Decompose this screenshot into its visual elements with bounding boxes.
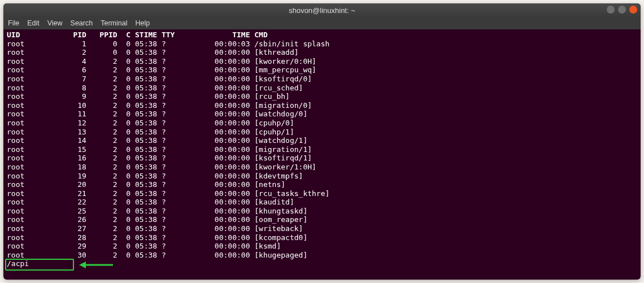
process-row: root 4 2 0 05:38 ? 00:00:00 [kworker/0:0… — [7, 57, 637, 66]
process-row: root 11 2 0 05:38 ? 00:00:00 [watchdog/0… — [7, 110, 637, 119]
process-row: root 15 2 0 05:38 ? 00:00:00 [migration/… — [7, 145, 637, 154]
process-row: root 13 2 0 05:38 ? 00:00:00 [cpuhp/1] — [7, 128, 637, 137]
menubar: File Edit View Search Terminal Help — [3, 17, 641, 29]
process-row: root 26 2 0 05:38 ? 00:00:00 [oom_reaper… — [7, 215, 637, 224]
menu-terminal[interactable]: Terminal — [101, 19, 127, 27]
menu-search[interactable]: Search — [71, 19, 93, 27]
process-row: root 25 2 0 05:38 ? 00:00:00 [khungtaskd… — [7, 207, 637, 216]
arrow-icon — [79, 261, 113, 269]
process-row: root 18 2 0 05:38 ? 00:00:00 [kworker/1:… — [7, 163, 637, 172]
svg-marker-1 — [79, 262, 86, 268]
maximize-button[interactable] — [618, 6, 626, 14]
minimize-button[interactable] — [607, 6, 615, 14]
process-row: root 10 2 0 05:38 ? 00:00:00 [migration/… — [7, 101, 637, 110]
process-row: root 14 2 0 05:38 ? 00:00:00 [watchdog/1… — [7, 136, 637, 145]
process-row: root 16 2 0 05:38 ? 00:00:00 [ksoftirqd/… — [7, 154, 637, 163]
window-title: shovon@linuxhint: ~ — [289, 6, 355, 15]
process-row: root 2 0 0 05:38 ? 00:00:00 [kthreadd] — [7, 48, 637, 57]
process-row: root 21 2 0 05:38 ? 00:00:00 [rcu_tasks_… — [7, 189, 637, 198]
menu-view[interactable]: View — [47, 19, 63, 27]
titlebar[interactable]: shovon@linuxhint: ~ — [3, 3, 641, 17]
search-text: /acpi — [7, 259, 29, 268]
terminal-window: shovon@linuxhint: ~ File Edit View Searc… — [3, 3, 641, 280]
process-row: root 8 2 0 05:38 ? 00:00:00 [rcu_sched] — [7, 84, 637, 93]
process-row: root 1 0 0 05:38 ? 00:00:03 /sbin/init s… — [7, 40, 637, 49]
process-row: root 12 2 0 05:38 ? 00:00:00 [cpuhp/0] — [7, 119, 637, 128]
process-row: root 22 2 0 05:38 ? 00:00:00 [kauditd] — [7, 198, 637, 207]
window-controls — [607, 6, 637, 14]
process-row: root 19 2 0 05:38 ? 00:00:00 [kdevtmpfs] — [7, 172, 637, 181]
process-row: root 29 2 0 05:38 ? 00:00:00 [ksmd] — [7, 242, 637, 251]
terminal-content[interactable]: UID PID PPID C STIME TTY TIME CMDroot 1 … — [3, 29, 641, 268]
process-row: root 27 2 0 05:38 ? 00:00:00 [writeback] — [7, 224, 637, 233]
process-header: UID PID PPID C STIME TTY TIME CMD — [7, 31, 637, 40]
menu-file[interactable]: File — [8, 19, 19, 27]
process-row: root 28 2 0 05:38 ? 00:00:00 [kcompactd0… — [7, 233, 637, 242]
search-prompt[interactable]: /acpi — [7, 259, 29, 268]
process-row: root 7 2 0 05:38 ? 00:00:00 [ksoftirqd/0… — [7, 75, 637, 84]
process-row: root 30 2 0 05:38 ? 00:00:00 [khugepaged… — [7, 251, 637, 260]
menu-help[interactable]: Help — [135, 19, 150, 27]
close-button[interactable] — [629, 6, 637, 14]
process-row: root 6 2 0 05:38 ? 00:00:00 [mm_percpu_w… — [7, 66, 637, 75]
menu-edit[interactable]: Edit — [27, 19, 40, 27]
process-row: root 20 2 0 05:38 ? 00:00:00 [netns] — [7, 180, 637, 189]
process-row: root 9 2 0 05:38 ? 00:00:00 [rcu_bh] — [7, 92, 637, 101]
